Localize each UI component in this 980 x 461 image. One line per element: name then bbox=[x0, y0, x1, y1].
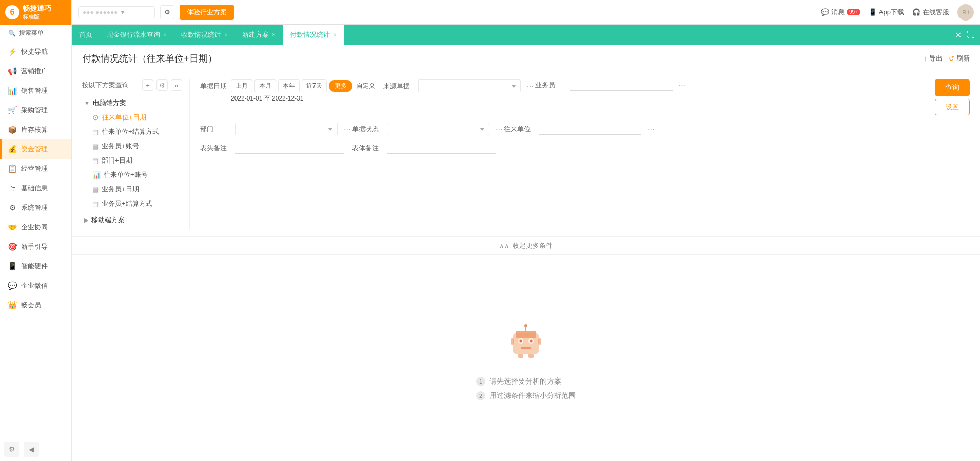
tab-home[interactable]: 首页 bbox=[72, 25, 100, 45]
scheme-settings-btn[interactable]: ⚙ bbox=[156, 79, 168, 91]
dept-dots[interactable]: ··· bbox=[342, 125, 352, 134]
date-buttons: 上月 本月 本年 近7天 更多 自定义 bbox=[231, 79, 375, 92]
scheme-grid-icon-4: ▤ bbox=[92, 186, 99, 193]
tab-bank-flow-close[interactable]: × bbox=[163, 31, 167, 38]
header-note-input[interactable] bbox=[235, 143, 344, 154]
mobile-category-header[interactable]: ▶ 移动端方案 bbox=[82, 213, 182, 227]
scheme-collapse-btn[interactable]: « bbox=[171, 79, 182, 91]
sidebar-item-basic-info[interactable]: 🗂 基础信息 bbox=[0, 178, 71, 198]
last-7days-btn[interactable]: 近7天 bbox=[302, 79, 327, 92]
refresh-btn[interactable]: ↺ 刷新 bbox=[949, 54, 970, 63]
sidebar-item-marketing[interactable]: 📢 营销推广 bbox=[0, 62, 71, 81]
sidebar-item-label: 新手引导 bbox=[21, 242, 48, 251]
search-menu[interactable]: 🔍 搜索菜单 bbox=[0, 25, 71, 42]
sidebar-item-hardware[interactable]: 📱 智能硬件 bbox=[0, 256, 71, 276]
tab-new-plan-close[interactable]: × bbox=[272, 31, 276, 38]
body-note-input[interactable] bbox=[387, 143, 496, 154]
salesman-input[interactable] bbox=[570, 79, 673, 91]
dept-select[interactable] bbox=[235, 123, 338, 135]
address-text: ●●● ●●●●●● bbox=[83, 9, 118, 16]
tab-payment-stats[interactable]: 付款情况统计 × bbox=[283, 25, 344, 45]
sidebar-collapse-btn[interactable]: ◀ bbox=[24, 442, 39, 457]
query-btn[interactable]: 查询 bbox=[935, 79, 970, 96]
salesman-dots[interactable]: ··· bbox=[677, 81, 688, 90]
sidebar-settings-btn[interactable]: ⚙ bbox=[4, 442, 19, 457]
scheme-item-label: 业务员+账号 bbox=[102, 142, 139, 151]
scheme-item-label: 业务员+结算方式 bbox=[102, 199, 152, 208]
sidebar-item-finance[interactable]: 💰 资金管理 bbox=[0, 139, 71, 159]
sidebar-item-sales[interactable]: 📊 销售管理 bbox=[0, 81, 71, 101]
sidebar-item-wechat[interactable]: 💬 企业微信 bbox=[0, 276, 71, 295]
scheme-add-btn[interactable]: + bbox=[142, 79, 153, 91]
collapse-label: 收起更多条件 bbox=[513, 241, 553, 250]
export-btn[interactable]: ↑ 导出 bbox=[924, 54, 943, 63]
sidebar-item-label: 系统管理 bbox=[21, 203, 48, 212]
sidebar-item-inventory[interactable]: 📦 库存核算 bbox=[0, 120, 71, 139]
app-download-btn[interactable]: 📱 App下载 bbox=[869, 8, 904, 17]
settings-btn[interactable]: 设置 bbox=[935, 99, 970, 115]
sidebar-item-label: 销售管理 bbox=[21, 86, 48, 95]
last-month-btn[interactable]: 上月 bbox=[231, 79, 252, 92]
partner-dots[interactable]: ··· bbox=[645, 125, 656, 134]
scheme-active-icon: ⊙ bbox=[92, 113, 99, 122]
logo-icon: 6 bbox=[5, 5, 19, 19]
scheme-item-unit-account[interactable]: 📊 往来单位+账号 bbox=[82, 168, 182, 182]
tab-payment-stats-close[interactable]: × bbox=[333, 31, 337, 38]
trial-button[interactable]: 体验行业方案 bbox=[180, 5, 234, 20]
page-header: 付款情况统计（往来单位+日期） ↑ 导出 ↺ 刷新 bbox=[72, 45, 980, 72]
source-doc-dots[interactable]: ··· bbox=[525, 82, 536, 91]
svg-rect-8 bbox=[538, 338, 541, 345]
messages-btn[interactable]: 💬 消息 99+ bbox=[821, 8, 860, 17]
sidebar-item-guide[interactable]: 🎯 新手引导 bbox=[0, 237, 71, 256]
sidebar-item-label: 快捷导航 bbox=[21, 47, 48, 56]
this-month-btn[interactable]: 本月 bbox=[254, 79, 276, 92]
messages-label: 消息 bbox=[831, 8, 845, 17]
source-doc-select[interactable] bbox=[418, 79, 521, 92]
tab-collection-close[interactable]: × bbox=[224, 31, 228, 38]
partner-col: 往来单位 ··· bbox=[504, 124, 648, 135]
online-service-btn[interactable]: 🎧 在线客服 bbox=[912, 8, 949, 17]
sidebar-item-operation[interactable]: 📋 经营管理 bbox=[0, 159, 71, 178]
sidebar-item-enterprise[interactable]: 🤝 企业协同 bbox=[0, 217, 71, 237]
purchase-icon: 🛒 bbox=[8, 106, 17, 115]
desktop-category-header[interactable]: ▼ 电脑端方案 bbox=[82, 96, 182, 110]
scheme-item-salesman-account[interactable]: ▤ 业务员+账号 bbox=[82, 139, 182, 153]
tab-new-plan[interactable]: 新建方案 × bbox=[235, 25, 283, 45]
tab-collection-stats[interactable]: 收款情况统计 × bbox=[174, 25, 235, 45]
more-btn[interactable]: 更多 bbox=[329, 80, 352, 92]
doc-status-dots[interactable]: ··· bbox=[494, 125, 504, 134]
svg-point-4 bbox=[520, 340, 522, 343]
scheme-grid-icon-1: ▤ bbox=[92, 128, 99, 136]
scheme-item-salesman-date[interactable]: ▤ 业务员+日期 bbox=[82, 182, 182, 196]
user-avatar[interactable]: Rit bbox=[957, 4, 974, 21]
scheme-item-unit-date[interactable]: ⊙ 往来单位+日期 bbox=[82, 110, 182, 125]
topbar-settings-btn[interactable]: ⚙ bbox=[160, 5, 174, 19]
address-bar[interactable]: ●●● ●●●●●● ▼ bbox=[78, 6, 155, 18]
tab-collection-stats-label: 收款情况统计 bbox=[181, 30, 221, 39]
source-doc-col: 来源单据 ··· bbox=[383, 79, 527, 92]
partner-input[interactable] bbox=[539, 124, 641, 135]
service-icon: 🎧 bbox=[912, 8, 920, 16]
sidebar-item-system[interactable]: ⚙ 系统管理 bbox=[0, 198, 71, 217]
tab-bank-flow[interactable]: 现金银行流水查询 × bbox=[100, 25, 174, 45]
scheme-item-unit-settlement[interactable]: ▤ 往来单位+结算方式 bbox=[82, 125, 182, 139]
doc-status-col: 单据状态 ··· bbox=[352, 123, 496, 135]
date-label: 单据日期 bbox=[200, 82, 231, 91]
sidebar-item-label: 畅会员 bbox=[21, 300, 41, 310]
collapse-bar[interactable]: ∧∧ 收起更多条件 bbox=[72, 237, 980, 255]
sidebar-item-purchase[interactable]: 🛒 采购管理 bbox=[0, 101, 71, 120]
scheme-item-dept-date[interactable]: ▤ 部门+日期 bbox=[82, 153, 182, 168]
enterprise-icon: 🤝 bbox=[8, 223, 17, 232]
tab-new-plan-label: 新建方案 bbox=[242, 30, 269, 39]
mobile-category: ▶ 移动端方案 bbox=[82, 213, 182, 227]
sidebar-nav: ⚡ 快捷导航 📢 营销推广 📊 销售管理 🛒 采购管理 📦 库存核算 💰 资金管… bbox=[0, 42, 71, 437]
scheme-header-label: 按以下方案查询 bbox=[82, 81, 129, 90]
scheme-item-salesman-settlement[interactable]: ▤ 业务员+结算方式 bbox=[82, 196, 182, 211]
close-all-btn[interactable]: ✕ bbox=[955, 30, 962, 40]
fullscreen-btn[interactable]: ⛶ bbox=[967, 30, 975, 39]
this-year-btn[interactable]: 本年 bbox=[278, 79, 300, 92]
scheme-grid-icon-2: ▤ bbox=[92, 143, 99, 150]
doc-status-select[interactable] bbox=[387, 123, 489, 135]
sidebar-item-vip[interactable]: 👑 畅会员 bbox=[0, 295, 71, 315]
sidebar-item-quick-nav[interactable]: ⚡ 快捷导航 bbox=[0, 42, 71, 62]
